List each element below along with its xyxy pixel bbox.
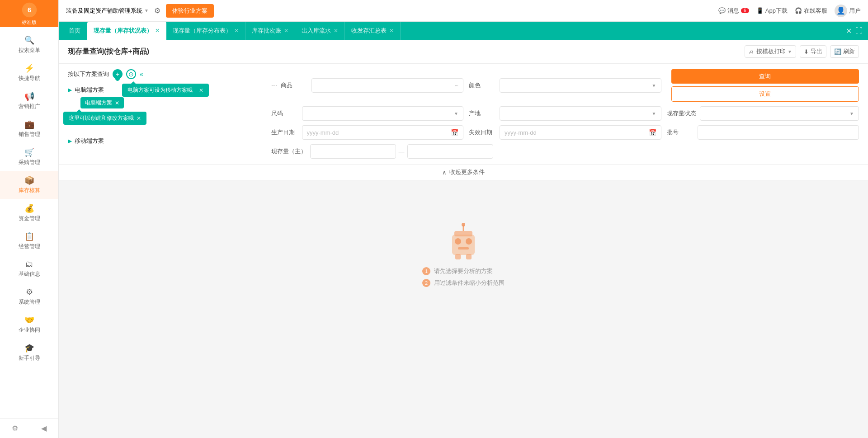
online-support-btn[interactable]: 🎧 在线客服	[795, 7, 827, 15]
sidebar-item-label: 新手引导	[19, 354, 40, 362]
filter-stock-status-select[interactable]: ▼	[700, 106, 859, 121]
sidebar-item-purchase[interactable]: 🛒 采购管理	[0, 143, 58, 171]
filter-header: 按以下方案查询 + ⊙ « 电脑方案可设为移动方案哦 ✕	[68, 69, 264, 79]
sidebar-item-stock[interactable]: 📦 库存核算	[0, 171, 58, 199]
collapse-sidebar-btn[interactable]: ◀	[41, 424, 47, 433]
message-icon: 💬	[718, 7, 726, 14]
scheme-tooltip-close-btn[interactable]: ✕	[199, 87, 203, 94]
close-tab-inout-flow[interactable]: ✕	[334, 28, 338, 34]
filter-stock-status: 现存量状态 ▼	[667, 106, 859, 121]
filter-label: 按以下方案查询	[68, 70, 109, 78]
filter-stock-main-min[interactable]	[310, 144, 396, 159]
sidebar-item-search[interactable]: 🔍 搜索菜单	[0, 31, 58, 59]
scheme-edit-tooltip-box: 这里可以创建和修改方案哦 ✕	[63, 112, 146, 125]
close-tab-recv-summary[interactable]: ✕	[389, 28, 394, 34]
system-name-select[interactable]: 装备及固定资产辅助管理系统 ▼	[66, 7, 149, 15]
production-date-placeholder: yyyy-mm-dd	[307, 129, 339, 136]
stock-dist-tab-label: 现存量（库存分布表）	[173, 27, 231, 35]
sidebar-item-finance[interactable]: 💰 资金管理	[0, 199, 58, 227]
filter-stock-main-max[interactable]	[407, 144, 493, 159]
sidebar-item-label: 库存核算	[19, 187, 40, 194]
production-date-calendar-icon[interactable]: 📅	[451, 129, 458, 136]
empty-tip-2: 2 用过滤条件来缩小分析范围	[422, 279, 505, 287]
tab-stock-status[interactable]: 现存量（库存状况表） ✕	[87, 22, 166, 40]
filter-stock-main-label: 现存量（主）	[271, 147, 307, 155]
refresh-icon: 🔄	[834, 48, 841, 55]
tab-stock-batch[interactable]: 库存批次账 ✕	[245, 22, 295, 40]
sidebar-item-basic[interactable]: 🗂 基础信息	[0, 255, 58, 283]
tab-stock-dist[interactable]: 现存量（库存分布表） ✕	[166, 22, 245, 40]
collapse-bar[interactable]: ∧ 收起更多条件	[59, 165, 868, 180]
app-download-btn[interactable]: 📱 App下载	[756, 7, 788, 15]
collapse-bar-label: 收起更多条件	[449, 168, 485, 176]
filter-goods-select[interactable]: ···	[311, 78, 463, 93]
active-scheme-close-btn[interactable]: ✕	[115, 100, 119, 106]
page-title: 现存量查询(按仓库+商品)	[68, 47, 149, 57]
sidebar-item-sales[interactable]: 💼 销售管理	[0, 115, 58, 143]
filter-origin: 产地 ▼	[469, 106, 661, 121]
template-print-btn[interactable]: 🖨 按模板打印 ▼	[745, 45, 796, 58]
filter-production-date: 生产日期 yyyy-mm-dd 📅	[271, 125, 464, 140]
sidebar-item-label: 企业协同	[19, 326, 40, 334]
close-tab-stock-batch[interactable]: ✕	[284, 28, 288, 34]
refresh-btn[interactable]: 🔄 刷新	[830, 45, 859, 58]
close-tab-stock-dist[interactable]: ✕	[234, 28, 239, 34]
filter-color: 颜色 ▼	[469, 78, 661, 93]
page-actions: 🖨 按模板打印 ▼ ⬇ 导出 🔄 刷新	[745, 45, 859, 58]
user-btn[interactable]: 👤 用户	[835, 5, 861, 17]
sidebar-footer: ⚙ ◀	[0, 418, 58, 438]
filter-goods: ··· 商品 ···	[271, 78, 464, 93]
messages-btn[interactable]: 💬 消息 6	[718, 7, 749, 15]
inout-flow-tab-label: 出入库流水	[302, 27, 331, 35]
close-all-tabs-btn[interactable]: ✕	[846, 27, 852, 35]
fullscreen-btn[interactable]: ⛶	[855, 27, 863, 35]
filter-color-select[interactable]: ▼	[500, 78, 661, 93]
copy-scheme-btn[interactable]: ⊙	[126, 69, 136, 79]
tab-inout-flow[interactable]: 出入库流水 ✕	[295, 22, 345, 40]
active-scheme-tag[interactable]: 电脑端方案 ✕	[80, 97, 124, 108]
tab-home[interactable]: 首页	[62, 22, 87, 40]
svg-text:6: 6	[27, 6, 31, 14]
set-btn[interactable]: 设置	[671, 86, 859, 102]
filter-expiry-date-input[interactable]: yyyy-mm-dd 📅	[500, 125, 661, 140]
scheme-edit-tooltip-close-btn[interactable]: ✕	[137, 115, 141, 122]
settings-footer-btn[interactable]: ⚙	[12, 424, 18, 433]
sidebar-item-system[interactable]: ⚙ 系统管理	[0, 283, 58, 311]
filter-batch-input[interactable]	[698, 125, 859, 140]
guide-icon: 🎓	[24, 343, 34, 353]
export-btn[interactable]: ⬇ 导出	[800, 45, 826, 58]
svg-point-8	[462, 223, 465, 226]
filter-production-date-input[interactable]: yyyy-mm-dd 📅	[302, 125, 464, 140]
filter-origin-select[interactable]: ▼	[500, 106, 661, 121]
system-icon: ⚙	[26, 287, 33, 297]
sidebar-item-management[interactable]: 📋 经营管理	[0, 227, 58, 255]
filter-batch: 批号	[667, 125, 859, 140]
topbar-settings-btn[interactable]: ⚙	[154, 6, 160, 15]
sidebar-item-marketing[interactable]: 📢 营销推广	[0, 87, 58, 115]
print-arrow-icon: ▼	[788, 49, 792, 54]
svg-rect-2	[452, 235, 475, 255]
filter-production-date-label: 生产日期	[271, 128, 298, 137]
filter-dots-goods[interactable]: ···	[271, 81, 277, 89]
close-tab-stock-status[interactable]: ✕	[155, 28, 160, 34]
app-logo: 6 标准版	[0, 0, 58, 27]
stock-status-tab-label: 现存量（库存状况表）	[94, 27, 152, 35]
back-scheme-btn[interactable]: «	[140, 71, 143, 78]
sidebar-item-label: 基础信息	[19, 270, 40, 278]
collapse-up-icon: ∧	[442, 169, 447, 176]
sidebar-item-enterprise[interactable]: 🤝 企业协同	[0, 311, 58, 339]
scheme-tooltip-box: 电脑方案可设为移动方案哦 ✕	[122, 84, 209, 97]
finance-icon: 💰	[24, 203, 34, 213]
expiry-date-calendar-icon[interactable]: 📅	[649, 129, 656, 136]
print-icon: 🖨	[749, 48, 755, 55]
tab-recv-summary[interactable]: 收发存汇总表 ✕	[345, 22, 401, 40]
trial-btn[interactable]: 体验行业方案	[166, 4, 214, 18]
search-btn[interactable]: 查询	[671, 69, 859, 84]
filter-section: 按以下方案查询 + ⊙ « 电脑方案可设为移动方案哦 ✕	[59, 64, 868, 165]
sidebar-item-guide[interactable]: 🎓 新手引导	[0, 339, 58, 367]
filter-expiry-date: 失效日期 yyyy-mm-dd 📅	[469, 125, 661, 140]
sidebar-item-nav[interactable]: ⚡ 快捷导航	[0, 59, 58, 87]
scheme-mobile-node[interactable]: ▶ 移动端方案	[68, 136, 264, 146]
search-icon: 🔍	[24, 35, 34, 45]
filter-size-select[interactable]: ▼	[302, 106, 464, 121]
